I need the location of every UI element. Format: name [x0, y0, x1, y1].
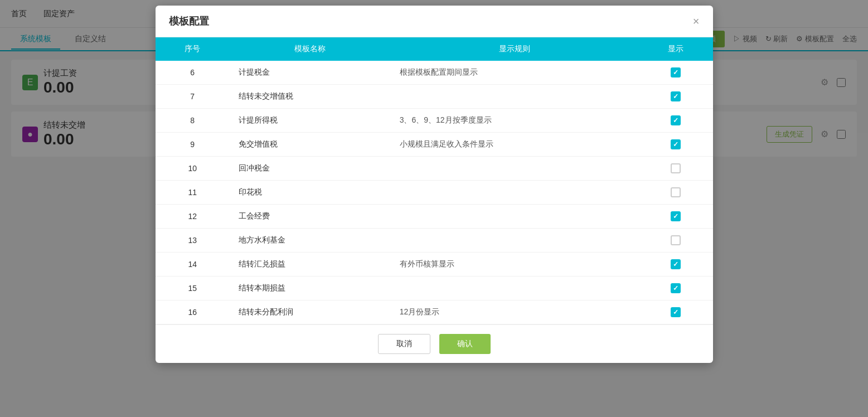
checkbox-7[interactable] [671, 91, 681, 101]
row-id-8: 8 [156, 109, 230, 133]
row-name-15: 结转本期损益 [230, 277, 391, 300]
confirm-button[interactable]: 确认 [439, 334, 491, 354]
row-name-9: 免交增值税 [230, 133, 391, 157]
col-header-rule: 显示规则 [391, 37, 638, 61]
row-name-7: 结转未交增值税 [230, 85, 391, 109]
row-id-15: 15 [156, 277, 230, 300]
checkbox-10[interactable] [671, 163, 681, 173]
row-check-9[interactable] [638, 133, 712, 157]
checkbox-14[interactable] [671, 259, 681, 269]
row-check-8[interactable] [638, 109, 712, 133]
checkbox-9[interactable] [671, 139, 681, 149]
row-name-13: 地方水利基金 [230, 229, 391, 253]
row-rule-12 [391, 205, 638, 229]
row-check-6[interactable] [638, 61, 712, 85]
checkbox-11[interactable] [671, 187, 681, 197]
table-row: 12工会经费 [156, 205, 713, 229]
row-check-16[interactable] [638, 300, 712, 324]
checkbox-8[interactable] [671, 115, 681, 125]
row-check-13[interactable] [638, 229, 712, 253]
cancel-button[interactable]: 取消 [378, 334, 430, 354]
col-header-name: 模板名称 [230, 37, 391, 61]
table-header: 序号 模板名称 显示规则 显示 [156, 37, 713, 61]
checkbox-13[interactable] [671, 235, 681, 245]
checkbox-15[interactable] [671, 283, 681, 293]
table-row: 13地方水利基金 [156, 229, 713, 253]
table-row: 7结转未交增值税 [156, 85, 713, 109]
row-check-12[interactable] [638, 205, 712, 229]
table-row: 14结转汇兑损益有外币核算显示 [156, 253, 713, 277]
table-row: 16结转未分配利润12月份显示 [156, 300, 713, 324]
row-rule-9: 小规模且满足收入条件显示 [391, 133, 638, 157]
checkbox-16[interactable] [671, 307, 681, 317]
table-row: 15结转本期损益 [156, 277, 713, 300]
row-id-13: 13 [156, 229, 230, 253]
table-row: 6计提税金根据模板配置期间显示 [156, 61, 713, 85]
modal-close-button[interactable]: × [693, 16, 700, 27]
modal-footer: 取消 确认 [156, 324, 713, 363]
row-id-16: 16 [156, 300, 230, 324]
row-id-9: 9 [156, 133, 230, 157]
row-check-10[interactable] [638, 157, 712, 181]
table-row: 8计提所得税3、6、9、12月按季度显示 [156, 109, 713, 133]
row-name-6: 计提税金 [230, 61, 391, 85]
row-check-7[interactable] [638, 85, 712, 109]
table-body: 6计提税金根据模板配置期间显示7结转未交增值税8计提所得税3、6、9、12月按季… [156, 61, 713, 324]
row-rule-8: 3、6、9、12月按季度显示 [391, 109, 638, 133]
template-config-modal: 模板配置 × 序号 模板名称 显示规则 显示 6计提税金根据模板配置期间显示7结… [156, 6, 713, 363]
checkbox-6[interactable] [671, 67, 681, 77]
row-name-14: 结转汇兑损益 [230, 253, 391, 277]
col-header-display: 显示 [638, 37, 712, 61]
row-rule-14: 有外币核算显示 [391, 253, 638, 277]
row-check-15[interactable] [638, 277, 712, 300]
row-rule-7 [391, 85, 638, 109]
row-rule-16: 12月份显示 [391, 300, 638, 324]
row-id-6: 6 [156, 61, 230, 85]
row-rule-15 [391, 277, 638, 300]
row-id-14: 14 [156, 253, 230, 277]
row-id-12: 12 [156, 205, 230, 229]
col-header-id: 序号 [156, 37, 230, 61]
row-name-11: 印花税 [230, 181, 391, 205]
row-rule-11 [391, 181, 638, 205]
row-check-11[interactable] [638, 181, 712, 205]
table-row: 11印花税 [156, 181, 713, 205]
row-name-16: 结转未分配利润 [230, 300, 391, 324]
modal-title: 模板配置 [169, 14, 209, 28]
row-rule-10 [391, 157, 638, 181]
modal-header: 模板配置 × [156, 6, 713, 37]
modal-overlay: 模板配置 × 序号 模板名称 显示规则 显示 6计提税金根据模板配置期间显示7结… [0, 0, 868, 417]
row-name-8: 计提所得税 [230, 109, 391, 133]
row-rule-13 [391, 229, 638, 253]
row-check-14[interactable] [638, 253, 712, 277]
row-id-10: 10 [156, 157, 230, 181]
checkbox-12[interactable] [671, 211, 681, 221]
table-row: 10回冲税金 [156, 157, 713, 181]
table-row: 9免交增值税小规模且满足收入条件显示 [156, 133, 713, 157]
row-id-7: 7 [156, 85, 230, 109]
row-name-12: 工会经费 [230, 205, 391, 229]
modal-body: 序号 模板名称 显示规则 显示 6计提税金根据模板配置期间显示7结转未交增值税8… [156, 37, 713, 324]
row-rule-6: 根据模板配置期间显示 [391, 61, 638, 85]
row-name-10: 回冲税金 [230, 157, 391, 181]
row-id-11: 11 [156, 181, 230, 205]
config-table: 序号 模板名称 显示规则 显示 6计提税金根据模板配置期间显示7结转未交增值税8… [156, 37, 713, 324]
